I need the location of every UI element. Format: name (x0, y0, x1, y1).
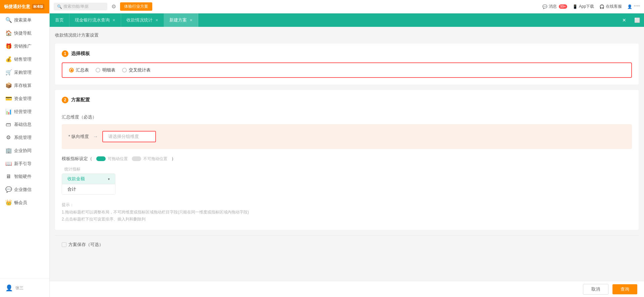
step2-text: 方案配置 (71, 97, 90, 103)
nav-icon: 🏠 (5, 30, 11, 36)
sidebar-label-system: 系统管理 (14, 135, 32, 141)
dimension-area: * 纵向维度 → 请选择分组维度 (62, 124, 632, 149)
radio-summary-circle (69, 68, 74, 72)
trial-button[interactable]: 体验行业方案 (120, 2, 152, 11)
topbar-search-box[interactable]: 🔍 搜索功能/单据 (54, 3, 107, 10)
indicator-table: 收款金额 ▾ 合计 (62, 174, 115, 195)
dimension-select-box[interactable]: 请选择分组维度 (102, 131, 156, 142)
member-icon: 👑 (5, 199, 11, 206)
sidebar-bottom-avatar[interactable]: 👤 张三 (0, 282, 49, 294)
radio-detail-label: 明细表 (102, 67, 115, 73)
tab-bank-close-icon[interactable]: ✕ (112, 18, 115, 22)
sidebar-label-finance: 资金管理 (14, 96, 32, 102)
tab-bank-label: 现金银行流水查询 (75, 17, 110, 23)
tab-home[interactable]: 首页 (50, 13, 69, 27)
sidebar-bottom: 👤 张三 (0, 279, 49, 297)
radio-summary-label: 汇总表 (76, 67, 89, 73)
sidebar-item-operation[interactable]: 📊经营管理 (0, 105, 49, 118)
radio-cross-label: 交叉统计表 (129, 67, 151, 73)
sidebar-label-marketing: 营销推广 (14, 43, 32, 49)
radio-cross[interactable]: 交叉统计表 (122, 67, 151, 73)
sidebar-label-search: 搜索菜单 (14, 17, 32, 23)
tip-item-1: 1.拖动标题栏可以调整布局，不可跨维度或指标区域拖动栏目字段(只能在同一维度或指… (62, 209, 632, 216)
radio-summary[interactable]: 汇总表 (69, 67, 89, 73)
draggable-hint-box (96, 156, 106, 161)
window-controls: ✕ ⬜ (618, 13, 644, 27)
save-checkbox-label[interactable]: 方案保存（可选） (62, 242, 103, 248)
logo-sub: 标准版 (32, 4, 44, 9)
tip-item-2: 2.点击标题栏下拉可设置排序、插入列和删除列 (62, 216, 632, 223)
sidebar-bottom-username: 张三 (15, 285, 23, 291)
sidebar-label-sales: 销售管理 (14, 56, 32, 62)
step1-text: 选择模板 (71, 51, 90, 57)
indicator-section: 模板指标设定（ 可拖动位置 不可拖动位置 ） (62, 156, 632, 195)
vertical-label: * 纵向维度 (68, 134, 89, 140)
sidebar-item-member[interactable]: 👑畅会员 (0, 196, 49, 209)
sidebar-item-purchase[interactable]: 🛒采购管理 (0, 66, 49, 79)
footer-bar: 方案保存（可选） (55, 235, 639, 254)
sidebar-item-basic[interactable]: 🗃基础信息 (0, 118, 49, 131)
guide-icon: 📖 (5, 160, 11, 167)
query-button[interactable]: 查询 (612, 284, 637, 294)
tab-receipt[interactable]: 收款情况统计 ✕ (121, 13, 164, 27)
stats-column: 统计指标 收款金额 ▾ 合计 (62, 165, 115, 195)
step2-num: 2 (62, 97, 68, 103)
topbar-right: 💬 消息 99+ 📱 App下载 🎧 在线客服 👤 **** (542, 4, 640, 9)
message-item[interactable]: 💬 消息 99+ (542, 4, 567, 9)
save-checkbox[interactable] (62, 242, 66, 247)
sidebar-item-search[interactable]: 🔍搜索菜单 (0, 13, 49, 27)
message-label: 消息 (549, 4, 557, 9)
main-area: 🔍 搜索功能/单据 ⚙ 体验行业方案 💬 消息 99+ 📱 App下载 🎧 在线… (50, 0, 644, 297)
operation-icon: 📊 (5, 108, 11, 115)
enterprise-icon: 🏢 (5, 147, 11, 154)
plan-config: 汇总维度（必选） * 纵向维度 → 请选择分组维度 模板指标设定（ (62, 114, 632, 223)
settings-icon[interactable]: ⚙ (110, 3, 117, 10)
radio-detail-circle (96, 68, 100, 72)
indicator-header: 模板指标设定（ 可拖动位置 不可拖动位置 ） (62, 156, 632, 162)
template-selection-box: 汇总表 明细表 交叉统计表 (62, 62, 632, 78)
sidebar-item-nav[interactable]: 🏠快捷导航 (0, 27, 49, 40)
sidebar-item-sales[interactable]: 💰销售管理 (0, 53, 49, 66)
sidebar-label-guide: 新手引导 (14, 161, 32, 167)
service-item[interactable]: 🎧 在线客服 (599, 4, 622, 9)
tab-new-plan[interactable]: 新建方案 ✕ (164, 13, 198, 27)
sidebar-item-system[interactable]: ⚙系统管理 (0, 131, 49, 144)
sidebar-item-enterprise[interactable]: 🏢企业协同 (0, 144, 49, 157)
user-icon: 👤 (627, 4, 632, 9)
sidebar-label-basic: 基础信息 (14, 121, 32, 128)
user-item[interactable]: 👤 **** (627, 4, 640, 9)
indicator-table-header[interactable]: 收款金额 ▾ (62, 174, 115, 184)
step2-label: 2 方案配置 (62, 97, 90, 103)
indicator-tables-wrapper: 统计指标 收款金额 ▾ 合计 (62, 165, 632, 195)
wechat-icon: 💬 (5, 186, 11, 193)
download-icon: 📱 (573, 4, 578, 9)
non-draggable-label: 不可拖动位置 (143, 156, 167, 162)
username-display: **** (634, 4, 640, 9)
radio-detail[interactable]: 明细表 (96, 67, 115, 73)
message-icon: 💬 (542, 4, 547, 9)
cancel-button[interactable]: 取消 (583, 284, 608, 295)
sales-icon: 💰 (5, 56, 11, 62)
tab-bank[interactable]: 现金银行流水查询 ✕ (69, 13, 121, 27)
sidebar-item-finance[interactable]: 💳资金管理 (0, 92, 49, 105)
indicator-col-header-text: 收款金额 (67, 176, 85, 182)
app-download-item[interactable]: 📱 App下载 (573, 4, 594, 9)
non-draggable-hint-box (132, 156, 141, 161)
sidebar-item-hardware[interactable]: 🖥智能硬件 (0, 170, 49, 183)
radio-cross-circle (122, 68, 127, 72)
sidebar-item-marketing[interactable]: 🎁营销推广 (0, 40, 49, 53)
message-badge: 99+ (559, 4, 567, 9)
sidebar-item-wechat[interactable]: 💬企业微信 (0, 183, 49, 196)
window-close-icon[interactable]: ✕ (618, 17, 630, 23)
search-icon: 🔍 (5, 17, 11, 23)
tip-title-text: 提示： (62, 202, 74, 207)
tab-receipt-close-icon[interactable]: ✕ (155, 18, 158, 22)
hardware-icon: 🖥 (5, 174, 11, 180)
chevron-down-icon: ▾ (108, 177, 110, 181)
sidebar-label-nav: 快捷导航 (14, 30, 32, 36)
sidebar-item-guide[interactable]: 📖新手引导 (0, 157, 49, 170)
tab-new-plan-close-icon[interactable]: ✕ (190, 18, 193, 22)
window-maximize-icon[interactable]: ⬜ (630, 17, 644, 23)
sidebar-item-inventory[interactable]: 📦库存核算 (0, 79, 49, 92)
indicator-close-paren: ） (171, 156, 176, 162)
